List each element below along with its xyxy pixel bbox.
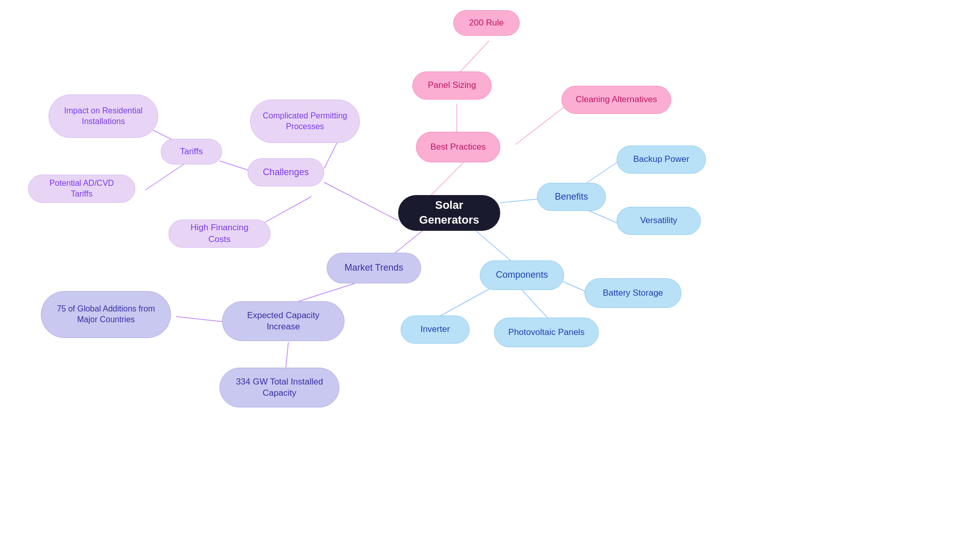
svg-line-20 xyxy=(286,342,288,368)
svg-line-15 xyxy=(439,288,490,317)
svg-line-16 xyxy=(521,288,549,319)
rule200-node: 200 Rule xyxy=(453,10,520,36)
challenges-node: Challenges xyxy=(248,158,324,186)
capacity334-node: 334 GW Total Installed Capacity xyxy=(219,368,339,407)
global75-node: 75 of Global Additions from Major Countr… xyxy=(41,291,171,338)
svg-line-8 xyxy=(457,41,489,76)
center-node: Solar Generators xyxy=(398,195,500,231)
backuppower-node: Backup Power xyxy=(617,146,706,174)
bestpractices-node: Best Practices xyxy=(416,132,500,162)
potential-node: Potential AD/CVD Tariffs xyxy=(28,175,135,203)
inverter-node: Inverter xyxy=(401,316,470,344)
permitting-node: Complicated Permitting Processes xyxy=(250,100,360,143)
benefits-node: Benefits xyxy=(537,183,606,211)
financing-node: High Financing Costs xyxy=(168,220,271,248)
impact-node: Impact on Residential Installations xyxy=(48,94,158,138)
components-node: Components xyxy=(480,260,564,290)
panelsizing-node: Panel Sizing xyxy=(412,71,492,100)
svg-line-10 xyxy=(500,199,541,203)
svg-line-0 xyxy=(324,182,398,221)
svg-line-18 xyxy=(291,283,355,304)
svg-line-5 xyxy=(145,161,189,190)
versatility-node: Versatility xyxy=(617,207,701,235)
cleaning-node: Cleaning Alternatives xyxy=(561,86,671,114)
markettrends-node: Market Trends xyxy=(327,253,421,283)
svg-line-9 xyxy=(516,103,569,145)
batterystorage-node: Battery Storage xyxy=(584,278,681,308)
photovoltaic-node: Photovoltaic Panels xyxy=(494,318,599,347)
svg-line-13 xyxy=(475,230,510,260)
tariffs-node: Tariffs xyxy=(161,139,222,164)
expectedcapacity-node: Expected Capacity Increase xyxy=(222,301,345,341)
